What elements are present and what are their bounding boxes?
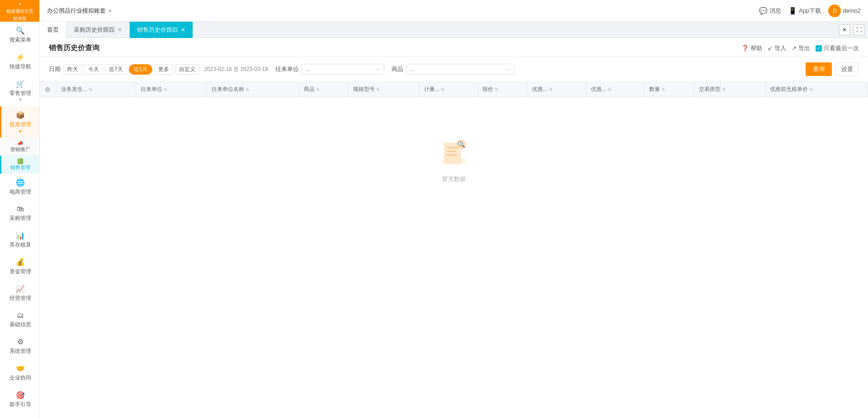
sidebar-item-search[interactable]: 🔍 搜索菜单: [0, 22, 39, 48]
date-btn-today[interactable]: 今天: [84, 64, 103, 75]
tab-purchase-close[interactable]: ✕: [118, 27, 122, 33]
message-button[interactable]: 💬 消息: [759, 7, 781, 15]
th-pretax-price[interactable]: 优惠前无税单价 ⇅: [765, 82, 868, 97]
company-selector[interactable]: 办公用品行业模拟账套 ▼: [47, 7, 113, 15]
topbar: 办公用品行业模拟账套 ▼ 💬 消息 📱 App下载 D demo2: [40, 0, 868, 22]
system-icon: ⚙: [17, 337, 24, 346]
th-spec-label: 规格型号: [353, 86, 375, 93]
date-btn-custom[interactable]: 自定义: [175, 64, 199, 75]
sidebar-item-label: 企业协同: [9, 374, 31, 382]
sidebar-item-label: 搜索菜单: [9, 36, 31, 44]
app-logo[interactable]: 6 畅捷通好生意 标准版: [0, 0, 39, 22]
search-icon: 🔍: [16, 26, 25, 35]
expand-button[interactable]: ⛶: [854, 24, 864, 35]
sidebar-item-enterprise[interactable]: 🤝 企业协同: [0, 360, 39, 386]
th-unit-label: 计量...: [424, 86, 439, 93]
tab-home-label: 首页: [47, 26, 59, 34]
close-tab-button[interactable]: ✕: [839, 24, 850, 35]
th-discount2[interactable]: 优惠... ⇅: [586, 82, 644, 97]
th-discount2-label: 优惠...: [591, 86, 606, 93]
quick-icon: ⚡: [16, 53, 25, 62]
sidebar-item-guide[interactable]: 🎯 新手引导: [0, 386, 39, 413]
tab-purchase[interactable]: 采购历史价跟踪 ✕: [66, 22, 130, 38]
sidebar-sub-item-marketing[interactable]: 📣 营销推广: [0, 138, 39, 156]
export-button[interactable]: ↗ 导出: [792, 44, 810, 52]
product-input[interactable]: [410, 66, 503, 72]
sidebar-item-basic[interactable]: 🗂 基础信息: [0, 307, 39, 333]
sidebar-item-system[interactable]: ⚙ 系统管理: [0, 333, 39, 360]
sidebar-item-label: 基础信息: [9, 321, 31, 328]
product-dots-button[interactable]: ···: [505, 66, 511, 73]
enterprise-icon: 🤝: [16, 364, 25, 373]
product-filter-label: 商品: [392, 65, 403, 73]
filter-action-buttons: 查询 设置: [806, 62, 859, 76]
basic-icon: 🗂: [17, 311, 24, 319]
date-btn-7days[interactable]: 近7天: [105, 64, 127, 75]
sort-icon: ⇅: [89, 87, 92, 92]
date-btn-yesterday[interactable]: 昨天: [63, 64, 82, 75]
wholesale-icon: 📦: [16, 111, 25, 119]
data-table: ⚙ 业务发生... ⇅ 往来单位 ⇅: [40, 82, 868, 97]
import-label: 导入: [774, 44, 786, 52]
app-download-button[interactable]: 📱 App下载: [788, 7, 821, 15]
th-spec[interactable]: 规格型号 ⇅: [349, 82, 420, 97]
th-partner-code[interactable]: 往来单位 ⇅: [136, 82, 207, 97]
sidebar-item-label: 新手引导: [9, 401, 31, 408]
th-biz-date[interactable]: 业务发生... ⇅: [56, 82, 136, 97]
sort-icon: ⇅: [316, 87, 320, 92]
sidebar-item-operations[interactable]: 📈 经营管理: [0, 280, 39, 307]
date-btn-1month[interactable]: 近1月: [129, 64, 153, 75]
th-trade-type[interactable]: 交易类型 ⇅: [694, 82, 765, 97]
user-menu[interactable]: D demo2: [828, 5, 861, 17]
help-button[interactable]: ❓ 帮助: [741, 44, 762, 52]
sidebar-item-appstore[interactable]: 📱 应用中心: [0, 413, 39, 418]
sort-icon: ⇅: [376, 87, 380, 92]
th-partner-name[interactable]: 往来单位名称 ⇅: [207, 82, 299, 97]
phone-icon: 📱: [788, 7, 797, 15]
partner-input[interactable]: [306, 66, 373, 72]
tab-sales[interactable]: 销售历史价跟踪 ✕: [130, 22, 193, 38]
partner-dots-button[interactable]: ···: [375, 66, 381, 73]
svg-text:🔍: 🔍: [458, 141, 466, 148]
table-settings-icon[interactable]: ⚙: [45, 86, 51, 93]
th-settings: ⚙: [40, 82, 56, 97]
sidebar-item-quick[interactable]: ⚡ 快捷导航: [0, 48, 39, 75]
th-price[interactable]: 报价 ⇅: [478, 82, 528, 97]
sort-icon: ⇅: [441, 87, 444, 92]
sidebar-sub-item-sales[interactable]: 💹 销售管理: [0, 156, 39, 174]
sort-icon: ⇅: [722, 87, 726, 92]
purchase-icon: 🛍: [17, 205, 24, 213]
date-filter-label: 日期: [49, 65, 61, 73]
search-button[interactable]: 查询: [806, 62, 832, 76]
sidebar-item-label: 经营管理: [9, 294, 31, 302]
sidebar-item-ecommerce[interactable]: 🌐 电商管理: [0, 174, 39, 200]
sidebar-item-finance[interactable]: 💰 资金管理: [0, 253, 39, 280]
sort-icon: ⇅: [164, 87, 167, 92]
sidebar-item-retail[interactable]: 🛒 零售管理 ▼: [0, 75, 39, 106]
import-icon: ↙: [768, 45, 773, 52]
th-partner-name-label: 往来单位名称: [212, 86, 244, 93]
tab-home[interactable]: 首页: [40, 22, 66, 38]
th-quantity[interactable]: 数量 ⇅: [645, 82, 694, 97]
th-product[interactable]: 商品 ⇅: [299, 82, 349, 97]
settings-button[interactable]: 设置: [835, 62, 859, 76]
svg-text:6: 6: [19, 2, 21, 5]
sort-icon: ⇅: [495, 87, 498, 92]
tab-sales-close[interactable]: ✕: [181, 27, 185, 33]
th-unit[interactable]: 计量... ⇅: [420, 82, 478, 97]
th-partner-code-label: 往来单位: [141, 86, 162, 93]
sidebar-item-label: 批发管理: [9, 121, 31, 128]
sidebar-item-wholesale[interactable]: 📦 批发管理 ▲: [0, 106, 39, 138]
import-button[interactable]: ↙ 导入: [768, 44, 786, 52]
page-title: 销售历史价查询: [49, 43, 99, 53]
sidebar-item-label: 营销推广: [10, 146, 30, 153]
only-last-checkbox[interactable]: 只看最后一次: [816, 44, 859, 52]
th-discount1[interactable]: 优惠... ⇅: [528, 82, 586, 97]
sidebar-item-inventory[interactable]: 📊 库存核算: [0, 227, 39, 253]
sidebar-item-purchase[interactable]: 🛍 采购管理: [0, 200, 39, 227]
th-quantity-label: 数量: [649, 86, 660, 93]
sort-icon: ⇅: [608, 87, 611, 92]
sidebar-item-label: 采购管理: [9, 214, 31, 222]
date-btn-more[interactable]: 更多: [154, 64, 173, 75]
avatar-initial: D: [833, 8, 837, 14]
